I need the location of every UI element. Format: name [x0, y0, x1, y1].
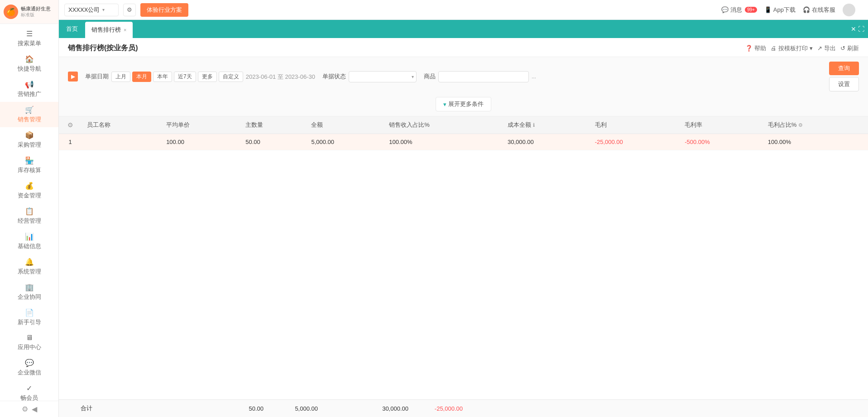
- footer-profit: -25,000.00: [408, 405, 463, 412]
- settings-bottom-icon[interactable]: ⚙: [22, 405, 28, 413]
- app-center-icon: 🖥: [26, 334, 33, 342]
- headset-icon: 🎧: [803, 6, 810, 13]
- online-service-button[interactable]: 🎧 在线客服: [803, 6, 835, 14]
- maximize-window-icon[interactable]: ⛶: [858, 25, 864, 33]
- sidebar-item-basic-info[interactable]: 📊 基础信息: [0, 229, 58, 254]
- date-filter: 单据日期 上月 本月 本年 近7天 更多 自定义 2023-06-01 至 20…: [85, 72, 315, 82]
- page-actions: ❓ 帮助 🖨 按模板打印 ▾ ↗ 导出 ↺ 刷新: [745, 44, 859, 53]
- sidebar-item-enterprise[interactable]: 🏢 企业协同: [0, 279, 58, 305]
- date-btn-7days[interactable]: 近7天: [174, 72, 196, 82]
- printer-icon: 🖨: [771, 45, 777, 52]
- sidebar-item-label: 营销推广: [18, 90, 41, 98]
- app-logo-icon: 🍊: [4, 5, 18, 19]
- refresh-button[interactable]: ↺ 刷新: [840, 44, 859, 53]
- sidebar-item-search-order[interactable]: ☰ 搜索菜单: [0, 26, 58, 51]
- purchase-icon: 📦: [25, 131, 34, 139]
- app-logo-title: 畅康通好生意: [21, 5, 51, 12]
- page-title: 销售排行榜(按业务员): [68, 43, 138, 53]
- trial-button[interactable]: 体验行业方案: [140, 3, 188, 17]
- sidebar-item-inventory[interactable]: 🏪 库存核算: [0, 153, 58, 178]
- wechat-icon: 💬: [25, 359, 34, 367]
- marketing-icon: 📢: [25, 80, 34, 89]
- export-label: 导出: [824, 44, 836, 53]
- cost-info-icon[interactable]: ℹ: [533, 122, 535, 128]
- td-cost: 30,000.00: [502, 134, 590, 150]
- export-icon: ↗: [817, 45, 822, 52]
- sidebar-item-app-center[interactable]: 🖥 应用中心: [0, 330, 58, 355]
- th-sales-pct: 销售收入占比%: [384, 116, 502, 134]
- inventory-icon: 🏪: [25, 156, 34, 165]
- filter-expand-arrow[interactable]: ▶: [68, 72, 78, 81]
- expand-more-button[interactable]: ▾ 展开更多条件: [436, 97, 491, 111]
- date-filter-label: 单据日期: [85, 72, 109, 81]
- sidebar-item-operations[interactable]: 📋 经营管理: [0, 203, 58, 229]
- date-btn-current-year[interactable]: 本年: [153, 72, 172, 82]
- sidebar-item-purchase[interactable]: 📦 采购管理: [0, 127, 58, 153]
- online-service-label: 在线客服: [812, 6, 835, 14]
- date-btn-current-month[interactable]: 本月: [132, 72, 151, 82]
- tab-home[interactable]: 首页: [59, 20, 85, 38]
- question-icon: ❓: [745, 45, 753, 52]
- company-name: XXXXX公司: [68, 6, 100, 14]
- operations-icon: 📋: [25, 207, 34, 216]
- date-btn-more[interactable]: 更多: [198, 72, 217, 82]
- sidebar-item-label: 新手引导: [18, 318, 41, 326]
- sidebar-bottom: ⚙ ◀: [0, 401, 58, 417]
- member-icon: ✓: [26, 384, 32, 393]
- date-range-display: 2023-06-01 至 2023-06-30: [246, 73, 315, 81]
- filter-buttons: 查询 设置: [829, 62, 859, 91]
- date-btn-custom[interactable]: 自定义: [219, 72, 243, 82]
- table-settings-icon[interactable]: ⚙: [67, 121, 73, 129]
- sidebar-item-guide[interactable]: 📄 新手引导: [0, 305, 58, 330]
- goods-filter-label: 商品: [424, 72, 436, 81]
- refresh-label: 刷新: [847, 44, 859, 53]
- print-button[interactable]: 🖨 按模板打印 ▾: [771, 44, 813, 53]
- collapse-sidebar-icon[interactable]: ◀: [32, 405, 37, 413]
- table-row: 1 100.00 50.00 5,000.00 100.00% 30,000.0…: [59, 134, 868, 150]
- sidebar-item-sales[interactable]: 🛒 销售管理: [0, 102, 58, 127]
- tabbar: 首页 销售排行榜 × ✕ ⛶: [59, 20, 868, 38]
- td-profit-rate: -500.00%: [679, 134, 762, 150]
- phone-icon: 📱: [764, 6, 772, 13]
- topbar-settings-button[interactable]: ⚙: [123, 4, 136, 16]
- status-select[interactable]: [349, 71, 417, 82]
- sidebar-item-marketing[interactable]: 📢 营销推广: [0, 77, 58, 102]
- td-rank: 1: [59, 134, 82, 150]
- company-selector[interactable]: XXXXX公司 ▾: [64, 4, 119, 16]
- help-label: 帮助: [754, 44, 766, 53]
- sidebar-item-wechat[interactable]: 💬 企业微信: [0, 355, 58, 380]
- tab-sales-ranking[interactable]: 销售排行榜 ×: [85, 22, 133, 38]
- query-button[interactable]: 查询: [829, 62, 859, 75]
- topbar: XXXXX公司 ▾ ⚙ 体验行业方案 💬 消息 99+ 📱 App下载 🎧 在线…: [59, 0, 868, 20]
- sidebar-item-label: 搜索菜单: [18, 39, 41, 48]
- filter-row: ▶ 单据日期 上月 本月 本年 近7天 更多 自定义 2023-06-01 至 …: [68, 62, 859, 91]
- user-avatar[interactable]: [843, 4, 855, 16]
- content-spacer: [59, 258, 868, 400]
- gear-icon: ⚙: [127, 6, 132, 13]
- sidebar-item-label: 企业协同: [18, 293, 41, 301]
- app-download-button[interactable]: 📱 App下载: [764, 6, 796, 14]
- guide-icon: 📄: [25, 308, 34, 317]
- goods-input[interactable]: [438, 71, 529, 82]
- sidebar-item-member[interactable]: ✓ 畅会员: [0, 380, 58, 401]
- status-filter: 单据状态 ▾: [322, 71, 417, 82]
- sidebar-item-finance[interactable]: 💰 资金管理: [0, 178, 58, 203]
- table-settings-button[interactable]: 设置: [829, 77, 859, 91]
- export-button[interactable]: ↗ 导出: [817, 44, 836, 53]
- window-buttons: ✕ ⛶: [847, 20, 868, 38]
- message-badge: 99+: [745, 7, 757, 13]
- sidebar-item-label: 畅会员: [20, 394, 38, 401]
- sidebar-item-quick-nav[interactable]: 🏠 快捷导航: [0, 51, 58, 77]
- app-download-label: App下载: [773, 6, 796, 14]
- status-filter-label: 单据状态: [322, 72, 346, 81]
- date-btn-prev-month[interactable]: 上月: [111, 72, 130, 82]
- tab-close-icon[interactable]: ×: [124, 27, 126, 33]
- profit-pct-settings-icon[interactable]: ⚙: [798, 122, 803, 128]
- filter-area: ▶ 单据日期 上月 本月 本年 近7天 更多 自定义 2023-06-01 至 …: [59, 57, 868, 116]
- basic-info-icon: 📊: [25, 232, 34, 241]
- help-button[interactable]: ❓ 帮助: [745, 44, 766, 53]
- message-button[interactable]: 💬 消息 99+: [721, 6, 757, 14]
- sidebar-item-system[interactable]: 🔔 系统管理: [0, 254, 58, 279]
- sidebar-item-label: 库存核算: [18, 166, 41, 174]
- close-window-icon[interactable]: ✕: [851, 25, 856, 33]
